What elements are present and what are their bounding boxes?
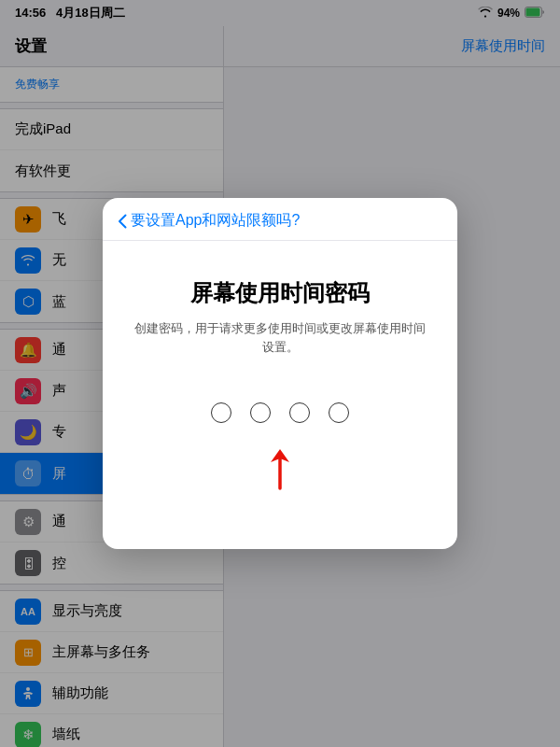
modal-title: 屏幕使用时间密码 (131, 278, 429, 308)
pin-dot-4 (329, 402, 349, 423)
arrow-indicator (131, 442, 429, 493)
modal-body: 屏幕使用时间密码 创建密码，用于请求更多使用时间或更改屏幕使用时间设置。 (103, 241, 457, 549)
modal-subtitle: 创建密码，用于请求更多使用时间或更改屏幕使用时间设置。 (131, 319, 429, 356)
pin-dot-2 (250, 402, 271, 423)
pointing-arrow (252, 442, 308, 493)
password-modal: 要设置App和网站限额吗? 屏幕使用时间密码 创建密码，用于请求更多使用时间或更… (103, 198, 457, 549)
modal-overlay: 要设置App和网站限额吗? 屏幕使用时间密码 创建密码，用于请求更多使用时间或更… (0, 0, 560, 747)
pin-input-area[interactable] (131, 402, 429, 423)
modal-back-label: 要设置App和网站限额吗? (131, 211, 300, 231)
modal-back-button[interactable]: 要设置App和网站限额吗? (118, 211, 300, 231)
pin-dot-3 (289, 402, 310, 423)
modal-header: 要设置App和网站限额吗? (103, 198, 457, 241)
pin-dot-1 (211, 402, 231, 423)
